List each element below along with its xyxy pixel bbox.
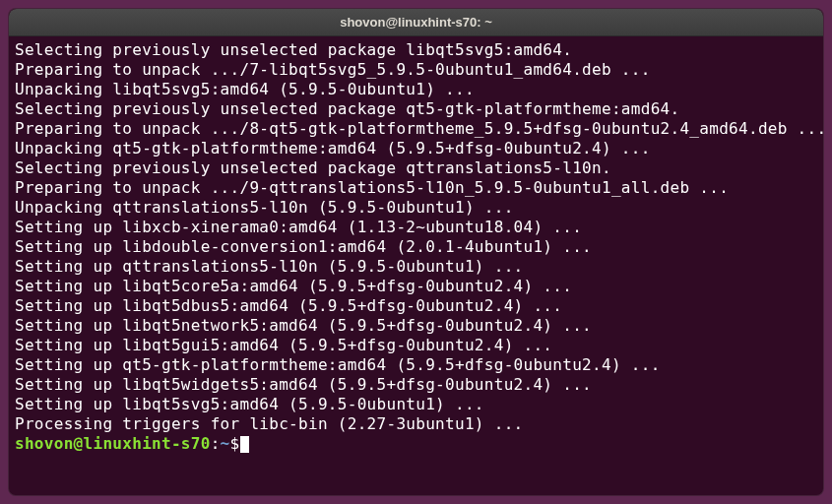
terminal-line: Setting up qttranslations5-l10n (5.9.5-0… [15, 257, 817, 277]
terminal-line: Setting up libdouble-conversion1:amd64 (… [15, 237, 817, 257]
terminal-line: Preparing to unpack .../7-libqt5svg5_5.9… [15, 60, 817, 80]
titlebar[interactable]: shovon@linuxhint-s70: ~ [9, 9, 823, 36]
terminal-window: shovon@linuxhint-s70: ~ Selecting previo… [8, 8, 824, 496]
window-title: shovon@linuxhint-s70: ~ [340, 15, 492, 30]
terminal-line: Setting up libqt5core5a:amd64 (5.9.5+dfs… [15, 277, 817, 296]
terminal-line: Preparing to unpack .../9-qttranslations… [15, 178, 817, 198]
cursor [240, 436, 249, 453]
terminal-line: Selecting previously unselected package … [15, 99, 817, 119]
terminal-line: Selecting previously unselected package … [15, 158, 817, 178]
terminal-line: Processing triggers for libc-bin (2.27-3… [15, 414, 817, 434]
prompt-end: $ [230, 434, 240, 453]
terminal-line: Setting up libqt5svg5:amd64 (5.9.5-0ubun… [15, 395, 817, 414]
terminal-line: Unpacking qttranslations5-l10n (5.9.5-0u… [15, 198, 817, 218]
terminal-line: Setting up libxcb-xinerama0:amd64 (1.13-… [15, 218, 817, 237]
terminal-line: Setting up libqt5network5:amd64 (5.9.5+d… [15, 316, 817, 336]
terminal-line: Setting up libqt5gui5:amd64 (5.9.5+dfsg-… [15, 336, 817, 355]
terminal-content[interactable]: Selecting previously unselected package … [9, 36, 823, 495]
prompt-user-host: shovon@linuxhint-s70 [15, 434, 211, 453]
prompt-path: ~ [221, 434, 230, 453]
terminal-line: Unpacking libqt5svg5:amd64 (5.9.5-0ubunt… [15, 80, 817, 99]
prompt-line[interactable]: shovon@linuxhint-s70:~$ [15, 434, 817, 454]
prompt-separator: : [211, 434, 221, 453]
terminal-line: Preparing to unpack .../8-qt5-gtk-platfo… [15, 119, 817, 139]
terminal-line: Setting up libqt5widgets5:amd64 (5.9.5+d… [15, 375, 817, 395]
terminal-line: Setting up libqt5dbus5:amd64 (5.9.5+dfsg… [15, 296, 817, 316]
terminal-line: Unpacking qt5-gtk-platformtheme:amd64 (5… [15, 139, 817, 158]
terminal-line: Setting up qt5-gtk-platformtheme:amd64 (… [15, 355, 817, 375]
terminal-line: Selecting previously unselected package … [15, 40, 817, 60]
